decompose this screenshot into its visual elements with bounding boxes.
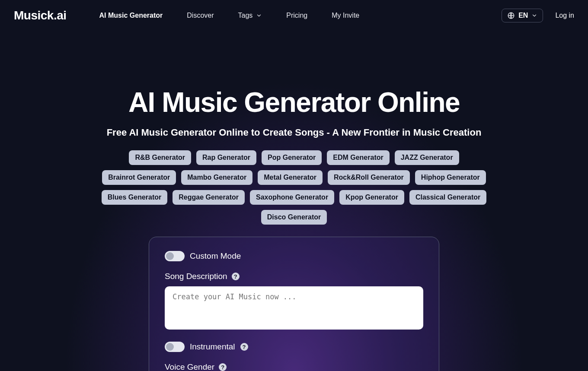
login-link[interactable]: Log in: [555, 12, 574, 19]
instrumental-label: Instrumental: [190, 342, 235, 352]
help-icon[interactable]: ?: [232, 273, 240, 280]
nav-tags[interactable]: Tags: [238, 12, 262, 19]
tag-rockroll[interactable]: Rock&Roll Generator: [328, 170, 410, 185]
nav-tags-label: Tags: [238, 12, 253, 19]
tag-jazz[interactable]: JAZZ Generator: [395, 150, 459, 165]
tag-hiphop[interactable]: Hiphop Generator: [415, 170, 486, 185]
help-icon[interactable]: ?: [240, 343, 248, 351]
tag-blues[interactable]: Blues Generator: [102, 190, 167, 205]
help-icon[interactable]: ?: [219, 363, 227, 371]
instrumental-toggle[interactable]: [165, 342, 185, 352]
tag-edm[interactable]: EDM Generator: [327, 150, 389, 165]
page-title: AI Music Generator Online: [0, 86, 588, 118]
tag-rap[interactable]: Rap Generator: [196, 150, 256, 165]
tag-metal[interactable]: Metal Generator: [258, 170, 323, 185]
language-selector[interactable]: EN: [502, 9, 543, 22]
nav-pricing[interactable]: Pricing: [286, 12, 307, 19]
page-subtitle: Free AI Music Generator Online to Create…: [0, 127, 588, 138]
song-description-label: Song Description: [165, 272, 227, 281]
custom-mode-toggle[interactable]: [165, 251, 185, 261]
custom-mode-label: Custom Mode: [190, 251, 241, 261]
nav-discover[interactable]: Discover: [187, 12, 214, 19]
song-description-input[interactable]: [165, 286, 423, 330]
tag-rnb[interactable]: R&B Generator: [129, 150, 191, 165]
voice-gender-label: Voice Gender: [165, 362, 214, 371]
tag-brainrot[interactable]: Brainrot Generator: [102, 170, 176, 185]
tag-mambo[interactable]: Mambo Generator: [181, 170, 252, 185]
globe-icon: [507, 12, 515, 19]
generator-form: Custom Mode Song Description ? Instrumen…: [149, 237, 439, 371]
main-nav: AI Music Generator Discover Tags Pricing…: [99, 12, 360, 19]
tag-kpop[interactable]: Kpop Generator: [339, 190, 404, 205]
tag-pop[interactable]: Pop Generator: [262, 150, 322, 165]
language-label: EN: [518, 12, 528, 19]
logo[interactable]: Musick.ai: [14, 9, 67, 22]
nav-my-invite[interactable]: My Invite: [332, 12, 359, 19]
tag-saxophone[interactable]: Saxophone Generator: [250, 190, 334, 205]
tag-disco[interactable]: Disco Generator: [261, 210, 327, 225]
chevron-down-icon: [531, 13, 537, 19]
genre-tags: R&B Generator Rap Generator Pop Generato…: [95, 150, 493, 225]
tag-reggae[interactable]: Reggae Generator: [173, 190, 245, 205]
chevron-down-icon: [256, 13, 262, 19]
tag-classical[interactable]: Classical Generator: [409, 190, 486, 205]
nav-ai-music-generator[interactable]: AI Music Generator: [99, 12, 163, 19]
